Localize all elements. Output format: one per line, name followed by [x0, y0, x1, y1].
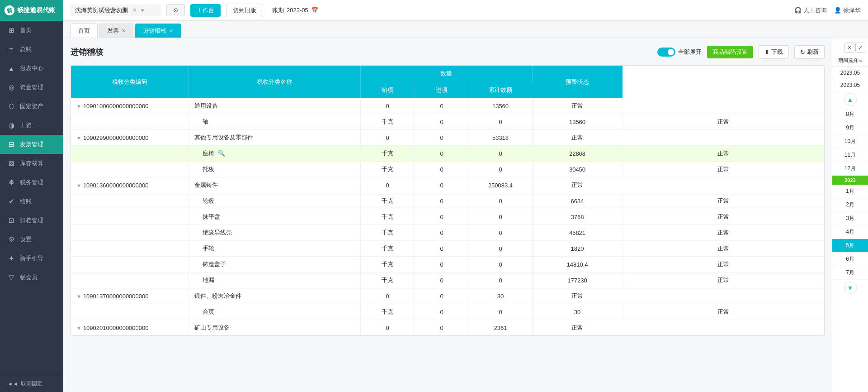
sidebar-item-salary[interactable]: ◑ 工资: [0, 116, 63, 135]
close-reconcile-tab-icon[interactable]: ✕: [169, 28, 173, 34]
table-cell-purchase: 0: [415, 177, 469, 193]
period-month-8月[interactable]: 8月: [832, 108, 868, 121]
tab-home[interactable]: 首页: [71, 24, 98, 38]
table-cell-name: 锻件、粉末冶金件: [189, 288, 360, 304]
sidebar-unpin[interactable]: ◄◄ 取消固定: [0, 375, 63, 392]
sidebar-item-tax[interactable]: ❋ 税务管理: [0, 173, 63, 192]
inventory-icon: ⊠: [7, 159, 15, 167]
table-cell-name: 抹平盘: [189, 209, 360, 225]
period-month-12月[interactable]: 12月: [832, 162, 868, 176]
delete-company-icon[interactable]: ✕: [132, 7, 137, 13]
company-selector[interactable]: 沈海英测试经营勿删 ✕ ▾: [71, 5, 161, 16]
sidebar-item-inventory[interactable]: ⊠ 库存核算: [0, 154, 63, 173]
save-button[interactable]: ⊙: [166, 4, 185, 16]
calendar-icon[interactable]: 📅: [311, 7, 318, 14]
period-month-11月[interactable]: 11月: [832, 148, 868, 162]
table-cell-total: 53318: [469, 130, 532, 146]
sidebar-item-member[interactable]: ▽ 畅会员: [0, 268, 63, 287]
collapse-icon[interactable]: ▼: [76, 183, 81, 188]
sidebar-item-assets[interactable]: ⬡ 固定资产: [0, 97, 63, 116]
invoice-icon: ⊟: [7, 140, 15, 148]
user-profile[interactable]: 👤 徐泽华: [834, 6, 861, 14]
oldver-button[interactable]: 切到旧版: [226, 4, 263, 17]
sidebar-item-label: 首页: [20, 26, 32, 34]
period-month-5月[interactable]: 5月: [832, 239, 868, 253]
chevron-down-icon[interactable]: ▾: [141, 7, 144, 14]
sidebar-item-archive[interactable]: ⊡ 归档管理: [0, 211, 63, 230]
tab-reconcile[interactable]: 进销稽核 ✕: [135, 24, 181, 38]
table-cell-sales: 0: [415, 225, 469, 241]
sidebar-item-settings[interactable]: ⚙ 设置: [0, 230, 63, 249]
table-cell-name: 其他专用设备及零部件: [189, 130, 360, 146]
period-month-4月[interactable]: 4月: [832, 225, 868, 239]
sidebar-item-ledger[interactable]: ≡ 总账: [0, 40, 63, 59]
table-cell-unit: 千克: [360, 193, 415, 209]
sidebar-item-capital[interactable]: ◎ 资金管理: [0, 78, 63, 97]
table-cell-purchase: 0: [469, 193, 532, 209]
refresh-button[interactable]: ↻ 刷新: [794, 45, 825, 59]
page-title: 进销稽核: [71, 47, 103, 57]
table-cell-sales: 0: [415, 257, 469, 272]
support-link[interactable]: 🎧 人工咨询: [794, 6, 827, 14]
expand-all-toggle[interactable]: 全部展开: [657, 48, 702, 57]
collapse-icon[interactable]: ▼: [76, 104, 81, 109]
table-cell-name: 矿山专用设备: [189, 320, 360, 336]
table-cell-name: 轮毂: [189, 193, 360, 209]
collapse-icon[interactable]: ▼: [76, 325, 81, 331]
period-month-9月[interactable]: 9月: [832, 121, 868, 135]
download-button[interactable]: ⬇ 下载: [759, 45, 789, 59]
sidebar-item-report[interactable]: ▲ 报表中心: [0, 59, 63, 78]
table-cell-code: [71, 193, 189, 209]
table-cell-code: [71, 225, 189, 241]
period-year-label[interactable]: 2023: [832, 176, 868, 185]
refresh-icon: ↻: [800, 49, 805, 56]
tab-invoice-label: 发票: [107, 27, 119, 35]
table-cell-total: 13560: [532, 114, 623, 130]
sidebar-item-guide[interactable]: ✦ 新手引导: [0, 249, 63, 268]
close-invoice-tab-icon[interactable]: ✕: [122, 28, 126, 34]
period-month-6月[interactable]: 6月: [832, 253, 868, 266]
page-body: 进销稽核 全部展开 商品编码设置 ⬇ 下载 ↻ 刷新: [63, 38, 832, 392]
period-month-2月[interactable]: 2月: [832, 198, 868, 212]
expand-panel-button[interactable]: ⤢: [855, 43, 865, 53]
sidebar-item-label: 固定资产: [20, 102, 43, 110]
logo-icon: 畅: [5, 5, 14, 15]
period-month-3月[interactable]: 3月: [832, 212, 868, 225]
tab-invoice[interactable]: 发票 ✕: [99, 24, 133, 38]
th-sales: 销项: [360, 82, 415, 98]
content-area: 进销稽核 全部展开 商品编码设置 ⬇ 下载 ↻ 刷新: [63, 38, 868, 392]
table-cell-sales: 0: [415, 162, 469, 177]
table-cell-unit: 千克: [360, 114, 415, 130]
period-month-10月[interactable]: 10月: [832, 135, 868, 148]
table-cell-name: 手轮: [189, 241, 360, 257]
collapse-icon[interactable]: ▼: [76, 135, 81, 141]
table-cell-sales: 0: [415, 241, 469, 257]
pin-icon: ◄◄: [7, 381, 18, 387]
table-cell-unit: 千克: [360, 162, 415, 177]
home-icon: ⊞: [7, 26, 15, 34]
period-next-button[interactable]: ▼: [844, 282, 857, 294]
period-item-2023-05-1[interactable]: 2023.05: [832, 67, 868, 79]
period-month-1月[interactable]: 1月: [832, 185, 868, 198]
sidebar-item-checkout[interactable]: ✔ 结账: [0, 192, 63, 211]
chevron-icon: »: [859, 58, 862, 63]
period-item-2023-05-2[interactable]: 2023.05: [832, 79, 868, 91]
save-icon: ⊙: [173, 7, 178, 14]
table-cell-name: 金属铸件: [189, 177, 360, 193]
sidebar-item-label: 工资: [20, 121, 32, 129]
collapse-icon[interactable]: ▼: [76, 294, 81, 299]
close-panel-button[interactable]: ✕: [844, 43, 854, 53]
period-month-7月[interactable]: 7月: [832, 266, 868, 280]
table-cell-total: 22868: [532, 146, 623, 162]
table-cell-total: 13560: [469, 98, 532, 114]
sidebar-item-home[interactable]: ⊞ 首页: [0, 21, 63, 40]
checkout-icon: ✔: [7, 197, 15, 206]
product-code-button[interactable]: 商品编码设置: [707, 46, 753, 58]
table-cell-name: 托板: [189, 162, 360, 177]
period-prev-button[interactable]: ▲: [844, 93, 857, 106]
sidebar-item-invoice[interactable]: ⊟ 发票管理: [0, 135, 63, 154]
search-icon[interactable]: 🔍: [218, 150, 225, 157]
page-actions: 全部展开 商品编码设置 ⬇ 下载 ↻ 刷新: [657, 45, 825, 59]
workspace-button[interactable]: 工作台: [190, 4, 221, 17]
toggle-switch[interactable]: [657, 48, 675, 57]
